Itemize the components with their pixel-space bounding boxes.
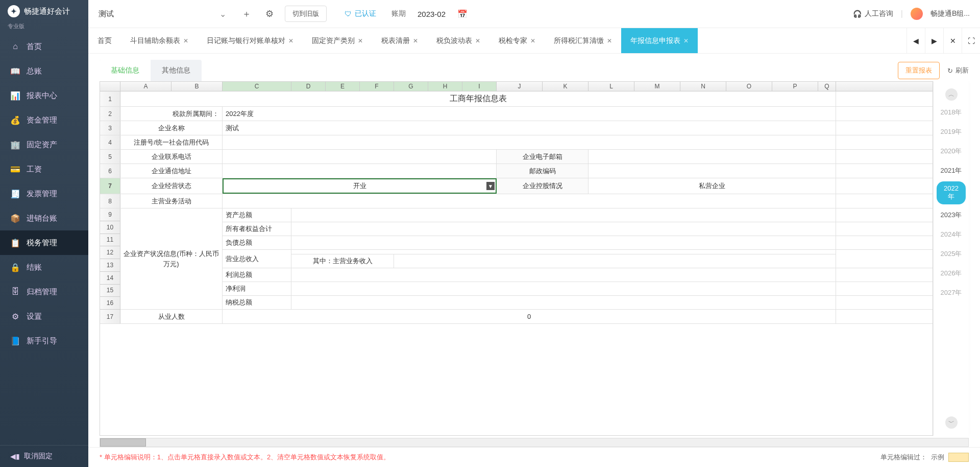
cell[interactable] xyxy=(291,222,836,236)
calendar-icon[interactable]: 📅 xyxy=(457,9,468,19)
tab-8[interactable]: 年报信息申报表✕ xyxy=(621,28,698,53)
cell[interactable] xyxy=(291,250,836,254)
close-icon[interactable]: ✕ xyxy=(183,37,188,44)
row-header-6[interactable]: 6 xyxy=(100,164,120,178)
row-header-1[interactable]: 1 xyxy=(100,91,120,106)
cell[interactable]: 注册号/统一社会信用代码 xyxy=(120,135,223,149)
refresh-button[interactable]: ↻ 刷新 xyxy=(947,66,969,75)
nav-item-8[interactable]: 📋税务管理 xyxy=(0,230,88,255)
year-2026年[interactable]: 2026年 xyxy=(934,264,969,283)
year-2020年[interactable]: 2020年 xyxy=(934,142,969,161)
col-header-F[interactable]: F xyxy=(360,82,394,91)
nav-item-11[interactable]: ⚙设置 xyxy=(0,304,88,329)
cell[interactable]: 从业人数 xyxy=(120,310,223,323)
col-header-O[interactable]: O xyxy=(726,82,772,91)
tab-3[interactable]: 固定资产类别✕ xyxy=(303,28,372,53)
row-header-17[interactable]: 17 xyxy=(100,310,120,323)
subtab-0[interactable]: 基础信息 xyxy=(100,60,151,81)
col-header-K[interactable]: K xyxy=(543,82,589,91)
row-header-5[interactable]: 5 xyxy=(100,150,120,164)
close-icon[interactable]: ✕ xyxy=(475,37,480,44)
row-header-13[interactable]: 13 xyxy=(100,259,120,272)
dropdown-icon[interactable]: ▼ xyxy=(486,182,495,190)
cell[interactable]: 邮政编码 xyxy=(497,164,589,178)
row-header-14[interactable]: 14 xyxy=(100,272,120,285)
cell[interactable]: 营业总收入 xyxy=(223,250,291,268)
tab-0[interactable]: 首页 xyxy=(88,28,121,53)
scrollbar-thumb[interactable] xyxy=(100,438,146,447)
cell[interactable]: 主营业务活动 xyxy=(120,194,223,208)
nav-item-5[interactable]: 💳工资 xyxy=(0,157,88,181)
col-header-P[interactable]: P xyxy=(772,82,818,91)
nav-item-2[interactable]: 📊报表中心 xyxy=(0,83,88,108)
col-header-B[interactable]: B xyxy=(172,82,223,91)
year-2021年[interactable]: 2021年 xyxy=(934,161,969,180)
cell[interactable]: 税款所属期间： xyxy=(120,107,223,121)
consult-button[interactable]: 🎧 人工咨询 xyxy=(853,9,893,18)
gear-icon[interactable]: ⚙ xyxy=(262,6,277,21)
nav-item-12[interactable]: 📘新手引导 xyxy=(0,329,88,353)
nav-item-10[interactable]: 🗄归档管理 xyxy=(0,279,88,304)
row-header-11[interactable]: 11 xyxy=(100,234,120,247)
switch-old-version-button[interactable]: 切到旧版 xyxy=(285,6,327,22)
nav-item-1[interactable]: 📖总账 xyxy=(0,59,88,83)
nav-item-7[interactable]: 📦进销台账 xyxy=(0,206,88,230)
unpin-sidebar[interactable]: ◀▮ 取消固定 xyxy=(0,445,88,467)
cell-merged-label[interactable]: 企业资产状况信息(币种：人民币万元) xyxy=(120,208,223,310)
year-2024年[interactable]: 2024年 xyxy=(934,225,969,244)
year-2018年[interactable]: 2018年 xyxy=(934,103,969,122)
spreadsheet[interactable]: ABCDEFGHIJKLMNOPQ1工商年报信息表2税款所属期间：2022年度3… xyxy=(100,81,933,436)
cell[interactable] xyxy=(291,236,836,249)
cell[interactable]: 纳税总额 xyxy=(223,296,291,309)
cell[interactable]: 2022年度 xyxy=(223,107,836,121)
cell[interactable]: 企业联系电话 xyxy=(120,150,223,164)
col-header-C[interactable]: C xyxy=(223,82,291,91)
tab-scroll-right[interactable]: ▶ xyxy=(925,28,943,53)
nav-item-0[interactable]: ⌂首页 xyxy=(0,34,88,59)
tab-6[interactable]: 税检专家✕ xyxy=(489,28,545,53)
cell[interactable] xyxy=(223,135,836,149)
close-icon[interactable]: ✕ xyxy=(358,37,363,44)
tab-1[interactable]: 斗目辅助余额表✕ xyxy=(121,28,198,53)
col-header-H[interactable]: H xyxy=(428,82,462,91)
cell[interactable]: 所有者权益合计 xyxy=(223,222,291,236)
period-value[interactable]: 2023-02 xyxy=(418,10,446,18)
row-header-15[interactable]: 15 xyxy=(100,285,120,297)
sheet-corner[interactable] xyxy=(100,82,120,91)
cell[interactable]: 资产总额 xyxy=(223,208,291,222)
cell[interactable]: 0 xyxy=(223,310,836,323)
cell[interactable] xyxy=(589,150,836,164)
cell[interactable]: 测试 xyxy=(223,121,836,135)
tab-scroll-left[interactable]: ◀ xyxy=(906,28,925,53)
cell[interactable] xyxy=(223,194,836,208)
year-2025年[interactable]: 2025年 xyxy=(934,244,969,264)
username[interactable]: 畅捷通B组... xyxy=(930,9,970,18)
row-header-7[interactable]: 7 xyxy=(100,178,120,194)
cell[interactable]: 企业控股情况 xyxy=(497,178,589,194)
close-icon[interactable]: ✕ xyxy=(683,37,689,44)
tab-5[interactable]: 税负波动表✕ xyxy=(427,28,489,53)
cell[interactable] xyxy=(291,208,836,222)
year-2023年[interactable]: 2023年 xyxy=(934,205,969,225)
col-header-I[interactable]: I xyxy=(462,82,497,91)
col-header-D[interactable]: D xyxy=(291,82,326,91)
add-button[interactable]: ＋ xyxy=(239,6,254,21)
cell[interactable] xyxy=(291,268,836,282)
nav-item-3[interactable]: 💰资金管理 xyxy=(0,108,88,132)
cell[interactable] xyxy=(223,150,497,164)
fullscreen-icon[interactable]: ⛶ xyxy=(962,28,980,53)
year-2019年[interactable]: 2019年 xyxy=(934,122,969,142)
row-header-4[interactable]: 4 xyxy=(100,135,120,149)
cell[interactable] xyxy=(291,282,836,295)
row-header-12[interactable]: 12 xyxy=(100,246,120,259)
active-cell-dropdown[interactable]: 开业▼ xyxy=(223,178,497,194)
row-header-2[interactable]: 2 xyxy=(100,107,120,121)
horizontal-scrollbar[interactable] xyxy=(100,438,969,447)
year-scroll-up[interactable]: ︿ xyxy=(945,88,958,101)
col-header-Q[interactable]: Q xyxy=(818,82,836,91)
nav-item-4[interactable]: 🏢固定资产 xyxy=(0,132,88,157)
cell[interactable]: 企业经营状态 xyxy=(120,178,223,194)
cell[interactable]: 其中：主营业务收入 xyxy=(291,254,394,268)
cell[interactable] xyxy=(291,296,836,309)
row-header-3[interactable]: 3 xyxy=(100,121,120,135)
